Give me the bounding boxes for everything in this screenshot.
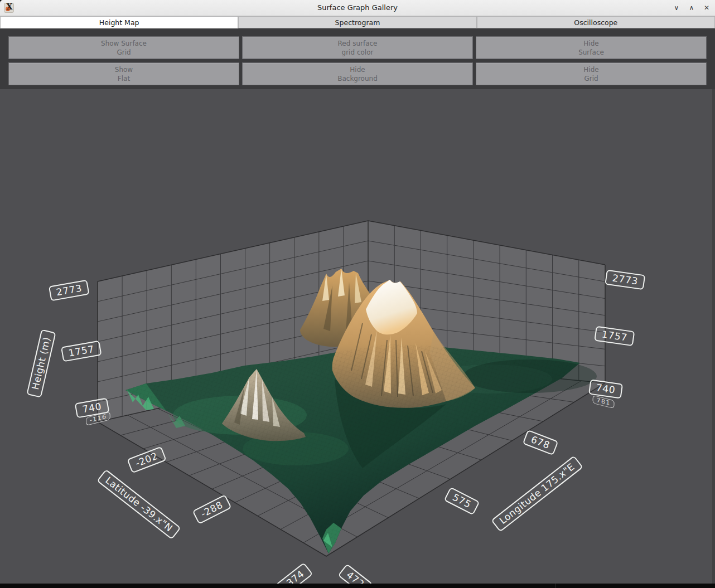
hide-grid-button[interactable]: HideGrid xyxy=(476,62,707,85)
window-controls: ∨ ∧ ✕ xyxy=(671,0,712,16)
minimize-button[interactable]: ∨ xyxy=(671,2,682,13)
toolbar: Show SurfaceGrid Red surfacegrid color H… xyxy=(0,28,715,85)
tab-bar: Height Map Spectrogram Oscilloscope xyxy=(0,16,715,28)
show-flat-button[interactable]: ShowFlat xyxy=(8,62,239,85)
hide-background-button[interactable]: HideBackground xyxy=(242,62,473,85)
window-title: Surface Graph Gallery xyxy=(0,0,715,16)
app-window: X Surface Graph Gallery ∨ ∧ ✕ Height Map… xyxy=(0,0,715,588)
titlebar: X Surface Graph Gallery ∨ ∧ ✕ xyxy=(0,0,715,16)
surface-grid-color-button[interactable]: Red surfacegrid color xyxy=(242,36,473,59)
canvas-right-edge xyxy=(712,89,715,584)
maximize-button[interactable]: ∧ xyxy=(687,2,697,13)
close-button[interactable]: ✕ xyxy=(702,2,712,13)
bottom-bar-divider xyxy=(555,584,555,588)
tab-height-map[interactable]: Height Map xyxy=(0,16,238,28)
tab-oscilloscope[interactable]: Oscilloscope xyxy=(477,16,715,28)
tab-spectrogram[interactable]: Spectrogram xyxy=(238,16,476,28)
surface-3d-view[interactable]: Height (m) 2773 1757 -116 740 2773 1757 … xyxy=(0,89,715,584)
bottom-bar xyxy=(0,584,715,588)
hide-surface-button[interactable]: HideSurface xyxy=(476,36,707,59)
show-surface-grid-button[interactable]: Show SurfaceGrid xyxy=(8,36,239,59)
